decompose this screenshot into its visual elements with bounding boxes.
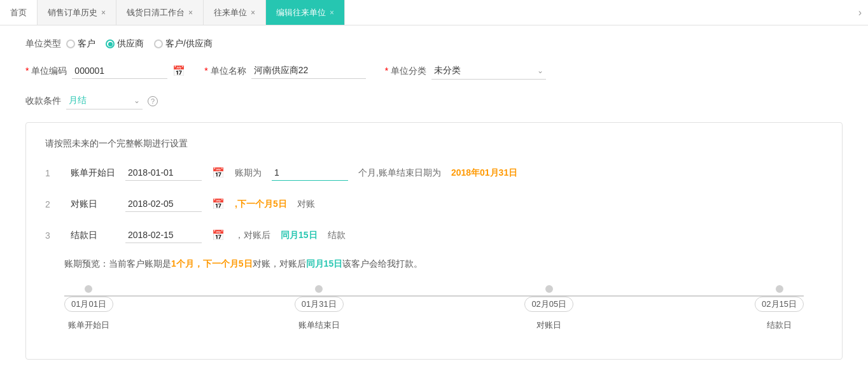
timeline-label-3: 对账日 (536, 320, 561, 331)
unit-category-select[interactable]: 未分类 ⌄ (431, 62, 546, 80)
preview-after: 对账，对账后 (253, 258, 306, 269)
unit-category-group: 单位分类 未分类 ⌄ (385, 62, 546, 80)
period-months-input[interactable] (272, 165, 348, 181)
period-payment-date-input[interactable] (125, 227, 202, 243)
payment-chevron-icon: ⌄ (134, 96, 140, 105)
payment-value: 月结 (69, 95, 87, 106)
preview-final: 同月15日 (306, 258, 343, 269)
timeline-badge-4: 02月15日 (755, 297, 804, 312)
tab-sales-history-label: 销售订单历史 (48, 7, 97, 18)
period-start-date-input[interactable] (125, 165, 202, 181)
radio-customer-label: 客户 (78, 38, 95, 50)
period-num-1: 1 (45, 168, 60, 178)
period-payment-suffix: 结款 (328, 230, 346, 241)
unit-category-label: 单位分类 (385, 66, 426, 77)
radio-customer-circle (66, 39, 75, 48)
tab-cash-work-label: 钱货日清工作台 (127, 7, 185, 18)
preview-text: 账期预览：当前客户账期是1个月，下一个月5日对账，对账后同月15日该客户会给我打… (64, 258, 804, 270)
period-start-suffix: 账期为 (235, 167, 262, 179)
unit-code-group: 单位编码 📅 (25, 63, 185, 79)
unit-category-chevron-icon: ⌄ (537, 66, 543, 75)
period-end-date-highlight: 2018年01月31日 (451, 167, 517, 179)
radio-supplier-circle (106, 39, 115, 48)
period-row-1: 1 账单开始日 📅 账期为 个月,账单结束日期为 2018年01月31日 (45, 165, 823, 181)
timeline-dot-4 (776, 285, 783, 293)
period-reconcile-date-input[interactable] (125, 196, 202, 212)
unit-name-label: 单位名称 (204, 66, 246, 77)
main-content: 单位类型 客户 供应商 客户/供应商 单位编码 📅 (0, 25, 868, 387)
period-months-suffix: 个月,账单结束日期为 (358, 167, 441, 179)
tab-edit-partner[interactable]: 编辑往来单位 × (266, 0, 345, 25)
timeline-label-2: 账单结束日 (298, 320, 340, 331)
tab-partner-close[interactable]: × (251, 8, 255, 17)
timeline-node-4: 02月15日 结款日 (755, 285, 804, 331)
period-label-2: 对账日 (71, 199, 115, 210)
unit-name-input[interactable] (251, 63, 366, 79)
tab-cash-work-close[interactable]: × (188, 8, 193, 17)
tabs-arrow[interactable]: › (852, 7, 868, 18)
timeline-node-2: 01月31日 账单结束日 (295, 285, 344, 331)
tab-home[interactable]: 首页 (0, 0, 38, 25)
period-row-3: 3 结款日 📅 ，对账后 同月15日 结款 (45, 227, 823, 243)
tab-home-label: 首页 (10, 7, 27, 18)
period-title: 请按照未来的一个完整帐期进行设置 (45, 138, 823, 150)
payment-row: 收款条件 月结 ⌄ ? (25, 92, 843, 109)
period-reconcile-suffix: 对账 (297, 199, 315, 210)
timeline-badge-1: 01月01日 (64, 297, 113, 312)
period-box: 请按照未来的一个完整帐期进行设置 1 账单开始日 📅 账期为 个月,账单结束日期… (25, 122, 843, 360)
tab-edit-partner-close[interactable]: × (330, 8, 334, 17)
tab-edit-partner-label: 编辑往来单位 (276, 7, 326, 18)
unit-code-calendar-icon[interactable]: 📅 (172, 65, 185, 77)
timeline-label-1: 账单开始日 (68, 320, 109, 331)
payment-label: 收款条件 (25, 95, 61, 107)
unit-type-radios: 客户 供应商 客户/供应商 (66, 38, 213, 50)
unit-code-label: 单位编码 (25, 66, 67, 77)
preview-middle: 下一个月5日 (203, 258, 253, 269)
preview-months: 1个月， (171, 258, 203, 269)
period-start-calendar-icon[interactable]: 📅 (212, 167, 225, 179)
radio-supplier[interactable]: 供应商 (106, 38, 144, 50)
period-reconcile-calendar-icon[interactable]: 📅 (212, 198, 225, 210)
radio-both[interactable]: 客户/供应商 (154, 38, 213, 50)
tab-cash-work[interactable]: 钱货日清工作台 × (116, 0, 204, 25)
unit-category-value: 未分类 (434, 65, 461, 76)
unit-type-row: 单位类型 客户 供应商 客户/供应商 (25, 38, 843, 50)
period-payment-highlight: 同月15日 (281, 230, 318, 241)
period-payment-calendar-icon[interactable]: 📅 (212, 229, 225, 241)
period-reconcile-highlight: ,下一个月5日 (235, 199, 287, 210)
radio-customer[interactable]: 客户 (66, 38, 95, 50)
payment-help-icon[interactable]: ? (148, 96, 158, 106)
timeline-items: 01月01日 账单开始日 01月31日 账单结束日 02月05日 对账日 02月… (64, 285, 804, 331)
period-payment-prefix: ，对账后 (235, 230, 270, 241)
tab-sales-history-close[interactable]: × (101, 8, 106, 17)
payment-select[interactable]: 月结 ⌄ (66, 92, 143, 109)
unit-code-input[interactable] (72, 63, 167, 79)
period-label-3: 结款日 (71, 230, 115, 241)
timeline-badge-3: 02月05日 (524, 297, 573, 312)
preview-prefix: 账期预览：当前客户账期是 (64, 258, 171, 269)
tab-partner-label: 往来单位 (214, 7, 247, 18)
period-num-2: 2 (45, 199, 60, 209)
period-num-3: 3 (45, 230, 60, 241)
tab-partner[interactable]: 往来单位 × (204, 0, 266, 25)
period-label-1: 账单开始日 (71, 167, 115, 179)
radio-both-label: 客户/供应商 (165, 38, 213, 50)
period-row-2: 2 对账日 📅 ,下一个月5日 对账 (45, 196, 823, 212)
radio-both-circle (154, 39, 163, 48)
timeline-dot-3 (545, 285, 553, 293)
tabs-bar: 首页 销售订单历史 × 钱货日清工作台 × 往来单位 × 编辑往来单位 × › (0, 0, 868, 25)
timeline-node-1: 01月01日 账单开始日 (64, 285, 113, 331)
tab-sales-history[interactable]: 销售订单历史 × (38, 0, 116, 25)
unit-type-label: 单位类型 (25, 38, 61, 50)
preview-end: 该客户会给我打款。 (342, 258, 423, 269)
unit-type-group: 单位类型 客户 供应商 客户/供应商 (25, 38, 213, 50)
timeline-dot-1 (85, 285, 92, 293)
radio-supplier-label: 供应商 (117, 38, 144, 50)
timeline-container: 01月01日 账单开始日 01月31日 账单结束日 02月05日 对账日 02月… (45, 285, 823, 344)
timeline-badge-2: 01月31日 (295, 297, 344, 312)
unit-name-group: 单位名称 (204, 63, 365, 79)
timeline-label-4: 结款日 (767, 320, 792, 331)
timeline-node-3: 02月05日 对账日 (524, 285, 573, 331)
unit-info-row: 单位编码 📅 单位名称 单位分类 未分类 ⌄ (25, 62, 843, 80)
timeline-dot-2 (315, 285, 323, 293)
